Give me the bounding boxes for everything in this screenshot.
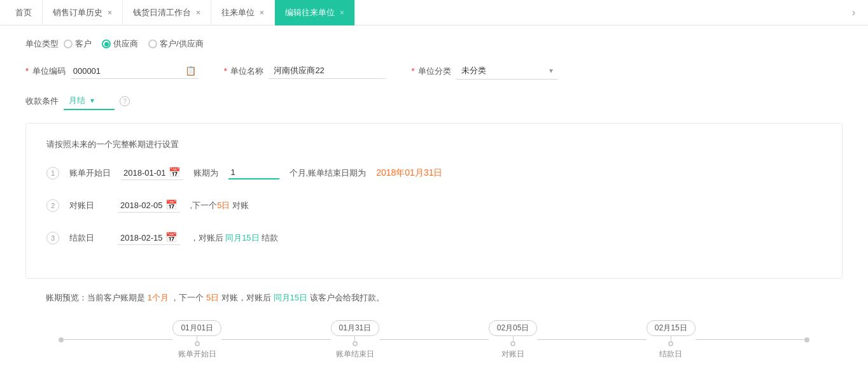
- payment-label: 收款条件: [25, 95, 59, 107]
- payment-arrow: ▾: [90, 96, 94, 105]
- row3-day-highlight: 同月15日: [225, 233, 259, 243]
- tab-home[interactable]: 首页: [5, 0, 43, 25]
- unit-code-icon[interactable]: 📋: [183, 66, 199, 76]
- timeline-point-3: 02月05日 对账日: [489, 320, 538, 360]
- tab-sales-close[interactable]: ×: [108, 8, 112, 17]
- unit-code-input[interactable]: [71, 64, 183, 78]
- settlement-date-value: 2018-02-15: [120, 233, 163, 243]
- timeline-badge-4: 02月15日: [647, 320, 696, 336]
- required-star-cat: *: [411, 66, 414, 76]
- unit-category-arrow: ▾: [549, 66, 553, 75]
- settlement-date-field[interactable]: 2018-02-15 📅: [118, 230, 180, 245]
- tabs-bar: 首页 销售订单历史 × 钱货日清工作台 × 往来单位 × 编辑往来单位 × ›: [0, 0, 868, 25]
- tab-partner-label: 往来单位: [221, 7, 255, 18]
- setting-row-2: 2 对账日 2018-02-05 📅 ,下一个5日 对账: [46, 198, 822, 213]
- period-input[interactable]: [228, 166, 279, 179]
- timeline: 01月01日 账单开始日 01月31日 账单结束日 02月05日 对账日: [46, 320, 822, 360]
- unit-name-input[interactable]: [269, 64, 386, 79]
- tab-edit-close[interactable]: ×: [340, 8, 344, 17]
- unit-category-value: 未分类: [461, 65, 544, 76]
- payment-help-icon[interactable]: ?: [120, 96, 130, 106]
- tab-edit-label: 编辑往来单位: [285, 7, 335, 18]
- radio-both[interactable]: 客户/供应商: [148, 38, 204, 50]
- preview-h2: 5日: [206, 293, 219, 302]
- payment-value: 月结: [69, 95, 85, 106]
- row2-day-highlight: 5日: [217, 201, 230, 210]
- timeline-label-4: 结款日: [659, 349, 682, 360]
- payment-field: 收款条件 月结 ▾ ?: [25, 92, 130, 110]
- required-star-code: *: [25, 66, 29, 76]
- radio-supplier-label: 供应商: [113, 38, 138, 50]
- row1-end-date-highlight: 2018年01月31日: [376, 167, 442, 179]
- tab-cash-close[interactable]: ×: [196, 8, 200, 17]
- timeline-line-3: [379, 339, 488, 340]
- row-num-2: 2: [46, 199, 59, 212]
- required-star-name: *: [224, 66, 227, 76]
- start-date-value: 2018-01-01: [123, 168, 166, 178]
- reconcile-date-value: 2018-02-05: [120, 201, 163, 210]
- timeline-point-4: 02月15日 结款日: [647, 320, 696, 360]
- timeline-line-5: [696, 339, 804, 340]
- reconcile-date-field[interactable]: 2018-02-05 📅: [118, 198, 180, 213]
- unit-name-field: * 单位名称: [224, 64, 386, 79]
- row-num-3: 3: [46, 232, 59, 244]
- preview-text: 账期预览：当前客户账期是 1个月 ，下一个 5日 对账，对账后 同月15日 该客…: [46, 292, 822, 305]
- preview-section: 账期预览：当前客户账期是 1个月 ，下一个 5日 对账，对账后 同月15日 该客…: [25, 279, 843, 372]
- timeline-badge-3: 02月05日: [489, 320, 538, 336]
- unit-type-row: 单位类型 客户 供应商 客户/供应商: [25, 38, 843, 50]
- unit-category-field: * 单位分类 未分类 ▾: [411, 62, 558, 80]
- radio-customer[interactable]: 客户: [64, 38, 92, 50]
- row1-desc-prefix: 账期为: [193, 167, 218, 179]
- settings-card: 请按照未来的一个完整帐期进行设置 1 账单开始日 2018-01-01 📅 账期…: [25, 123, 843, 279]
- radio-supplier-dot: [104, 42, 109, 46]
- unit-category-label: * 单位分类: [411, 66, 451, 77]
- unit-code-input-wrapper: 📋: [71, 64, 199, 79]
- tab-edit-partner[interactable]: 编辑往来单位 ×: [275, 0, 355, 25]
- row1-desc-suffix: 个月,账单结束日期为: [290, 167, 367, 179]
- payment-select[interactable]: 月结 ▾: [64, 92, 115, 110]
- radio-both-label: 客户/供应商: [160, 38, 204, 50]
- radio-customer-circle: [64, 39, 73, 48]
- unit-name-label: * 单位名称: [224, 66, 264, 77]
- unit-type-radio-group: 客户 供应商 客户/供应商: [64, 38, 204, 50]
- unit-code-field: * 单位编码 📋: [25, 64, 199, 79]
- row2-desc: ,下一个5日 对账: [190, 200, 249, 211]
- row-num-1: 1: [46, 167, 59, 179]
- timeline-line-4: [537, 339, 646, 340]
- timeline-badge-2: 01月31日: [331, 320, 380, 336]
- timeline-label-1: 账单开始日: [178, 349, 216, 360]
- tab-home-label: 首页: [15, 7, 32, 18]
- tab-sales-history[interactable]: 销售订单历史 ×: [43, 0, 123, 25]
- tabs-expand-button[interactable]: ›: [844, 7, 863, 18]
- payment-row: 收款条件 月结 ▾ ?: [25, 92, 843, 110]
- timeline-start-dot: [59, 337, 64, 342]
- unit-info-row: * 单位编码 📋 * 单位名称 * 单位分类 未分类 ▾: [25, 62, 843, 80]
- preview-h3: 同月15日: [274, 293, 307, 302]
- preview-mid1: ，下一个: [171, 293, 204, 302]
- setting-row-3: 3 结款日 2018-02-15 📅 ，对账后 同月15日 结款: [46, 230, 822, 245]
- radio-supplier-circle: [102, 39, 111, 48]
- unit-type-field: 单位类型 客户 供应商 客户/供应商: [25, 38, 204, 50]
- timeline-point-2: 01月31日 账单结束日: [331, 320, 380, 360]
- row-label-3: 结款日: [69, 232, 108, 244]
- reconcile-date-calendar-icon[interactable]: 📅: [165, 199, 178, 211]
- unit-code-label: * 单位编码: [25, 66, 66, 77]
- timeline-point-1: 01月01日 账单开始日: [172, 320, 221, 360]
- tab-partner-close[interactable]: ×: [260, 8, 264, 17]
- unit-category-select[interactable]: 未分类 ▾: [456, 62, 558, 80]
- radio-supplier[interactable]: 供应商: [102, 38, 138, 50]
- preview-h1: 1个月: [148, 293, 169, 302]
- unit-type-label: 单位类型: [25, 38, 59, 50]
- radio-customer-label: 客户: [75, 38, 92, 50]
- row-label-2: 对账日: [69, 200, 108, 211]
- radio-both-circle: [148, 39, 157, 48]
- tab-partner-units[interactable]: 往来单位 ×: [211, 0, 275, 25]
- preview-mid2: 对账，对账后: [221, 293, 271, 302]
- row3-desc: ，对账后 同月15日 结款: [190, 232, 279, 244]
- start-date-field[interactable]: 2018-01-01 📅: [121, 165, 183, 180]
- timeline-line-1: [64, 339, 172, 340]
- settlement-date-calendar-icon[interactable]: 📅: [165, 232, 178, 243]
- card-instruction: 请按照未来的一个完整帐期进行设置: [46, 139, 822, 150]
- tab-cash-work[interactable]: 钱货日清工作台 ×: [123, 0, 211, 25]
- start-date-calendar-icon[interactable]: 📅: [169, 167, 181, 178]
